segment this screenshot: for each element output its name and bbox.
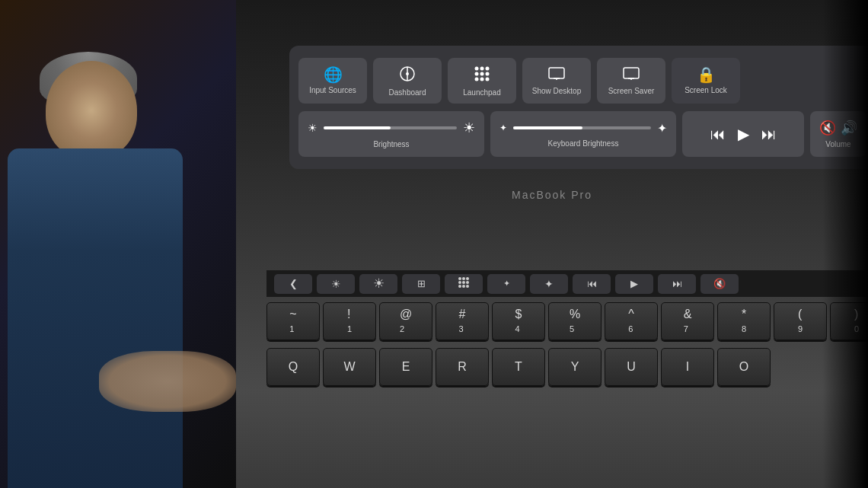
keyboard-number-row: ~1 !1 @2 #3 $4 %5 ^6 &7 *8 (9 )0 [266,302,868,340]
svg-point-18 [458,277,461,280]
strip-brightness-low-icon: ☀ [331,278,341,290]
keyboard-q-row: Q W E R T Y U I O [266,348,771,386]
media-control[interactable]: ⏮ ▶ ⏭ [682,111,804,157]
strip-window-btn[interactable]: ⊞ [402,274,440,294]
strip-launchpad-icon [458,276,470,291]
svg-point-25 [462,285,465,288]
strip-kb-low-icon: ✦ [503,279,510,289]
strip-play-icon: ▶ [630,278,638,289]
strip-back-icon: ❮ [289,278,298,289]
physical-touch-bar: ❮ ☀ ☀ ⊞ [266,270,868,297]
kb-brightness-low-icon: ✦ [499,123,507,133]
screen-lock-icon: 🔒 [697,67,716,82]
key-7[interactable]: &7 [661,302,714,340]
svg-point-11 [486,77,490,81]
svg-point-7 [480,72,484,75]
strip-mute-icon: 🔇 [713,278,726,289]
show-desktop-label: Show Desktop [532,87,581,95]
key-2[interactable]: @2 [379,302,432,340]
right-edge-fade [822,0,868,488]
svg-point-4 [480,66,484,70]
strip-launchpad-btn[interactable] [445,274,483,294]
strip-brightness-high-icon: ☀ [373,276,385,292]
key-8[interactable]: *8 [717,302,771,340]
svg-point-24 [458,285,461,288]
key-u[interactable]: U [605,348,658,386]
screen-area: 🌐 Input Sources Dashboard [236,0,868,488]
key-1[interactable]: !1 [323,302,376,340]
key-6[interactable]: ^6 [605,302,658,340]
key-r[interactable]: R [436,348,489,386]
keyboard-brightness-control[interactable]: ✦ ✦ Keyboard Brightness [490,111,676,157]
strip-ff-icon: ⏭ [672,278,682,289]
key-9[interactable]: (9 [774,302,827,340]
key-5[interactable]: %5 [548,302,602,340]
brightness-low-icon: ☀ [308,122,318,134]
kb-brightness-high-icon: ✦ [657,121,667,136]
key-y[interactable]: Y [548,348,602,386]
kb-brightness-track [513,126,651,129]
brightness-slider-inner: ☀ ☀ [308,120,475,136]
keyboard-brightness-label: Keyboard Brightness [548,139,619,148]
svg-point-6 [475,72,479,75]
key-4[interactable]: $4 [492,302,545,340]
svg-point-2 [406,72,409,75]
launchpad-label: Launchpad [463,88,501,97]
presenter-silhouette [0,0,244,488]
brightness-control[interactable]: ☀ ☀ Brightness [298,111,484,157]
presenter-hands [99,351,236,412]
svg-point-22 [462,281,465,284]
svg-point-23 [466,281,469,284]
show-desktop-icon [548,67,565,83]
dashboard-label: Dashboard [389,88,426,97]
key-e[interactable]: E [379,348,432,386]
key-o[interactable]: O [717,348,771,386]
svg-point-26 [466,285,469,288]
show-desktop-button[interactable]: Show Desktop [522,58,591,104]
strip-rewind-btn[interactable]: ⏮ [573,274,611,294]
screen-lock-label: Screen Lock [685,86,727,94]
svg-point-9 [475,77,479,81]
strip-brightness-low-btn[interactable]: ☀ [317,274,355,294]
svg-point-8 [486,72,490,75]
strip-mute-btn[interactable]: 🔇 [700,274,739,294]
key-tilde[interactable]: ~1 [266,302,320,340]
key-t[interactable]: T [492,348,545,386]
rewind-icon[interactable]: ⏮ [710,126,726,143]
screen-saver-button[interactable]: Screen Saver [597,58,665,104]
input-sources-label: Input Sources [309,86,356,94]
key-3[interactable]: #3 [436,302,489,340]
dashboard-icon [399,65,416,85]
svg-point-5 [486,66,490,70]
strip-rewind-icon: ⏮ [587,278,597,289]
input-sources-button[interactable]: 🌐 Input Sources [298,58,367,104]
fastforward-icon[interactable]: ⏭ [761,126,777,143]
presenter-head [46,61,137,160]
svg-point-3 [475,66,479,70]
strip-kb-high-icon: ✦ [544,278,554,290]
strip-kb-low-btn[interactable]: ✦ [487,274,525,294]
launchpad-button[interactable]: Launchpad [448,58,516,104]
touchbar-row-2: ☀ ☀ Brightness ✦ ✦ Keyboard Brightn [298,111,866,157]
dashboard-button[interactable]: Dashboard [373,58,442,104]
brightness-fill [324,126,391,129]
strip-play-btn[interactable]: ▶ [615,274,653,294]
key-i[interactable]: I [661,348,714,386]
strip-back-btn[interactable]: ❮ [274,274,312,294]
presenter-background [0,0,244,488]
screen-saver-label: Screen Saver [608,87,655,95]
brightness-high-icon: ☀ [463,120,475,136]
strip-brightness-high-btn[interactable]: ☀ [359,274,397,294]
touchbar-row-1: 🌐 Input Sources Dashboard [298,58,866,104]
key-w[interactable]: W [323,348,376,386]
strip-window-icon: ⊞ [417,278,426,289]
kb-brightness-fill [513,126,582,129]
strip-kb-high-btn[interactable]: ✦ [530,274,568,294]
screen-lock-button[interactable]: 🔒 Screen Lock [672,58,740,104]
launchpad-icon [474,65,490,85]
play-icon[interactable]: ▶ [738,125,749,143]
strip-ff-btn[interactable]: ⏭ [658,274,696,294]
svg-rect-15 [624,68,639,78]
screen-saver-icon [623,67,640,83]
key-q[interactable]: Q [266,348,320,386]
